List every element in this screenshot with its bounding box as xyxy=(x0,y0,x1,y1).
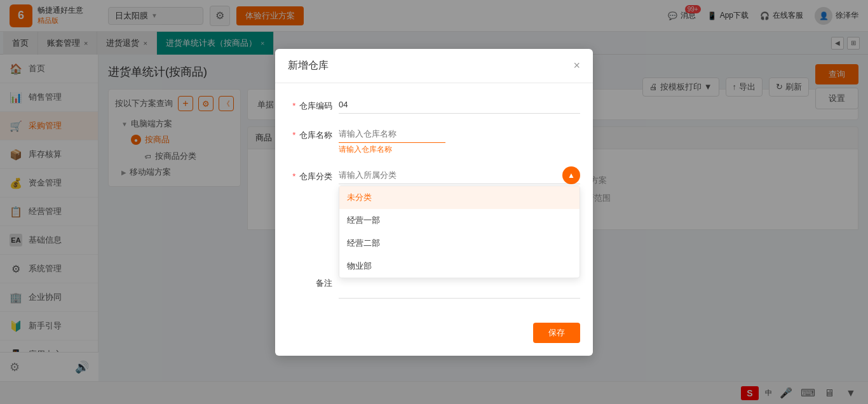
category-input-wrapper: ▲ 未分类 经营一部 经营二部 物业部 xyxy=(339,166,580,184)
category-dropdown-button[interactable]: ▲ xyxy=(562,166,580,184)
modal-header: 新增仓库 × xyxy=(275,49,593,83)
dropdown-option-ops2[interactable]: 经营二部 xyxy=(339,232,580,255)
form-row-category: * 仓库分类 ▲ 未分类 经营一部 经营二部 物业部 xyxy=(288,166,580,184)
category-input[interactable] xyxy=(339,166,580,184)
remark-label: 备注 xyxy=(288,273,339,289)
name-label: * 仓库名称 xyxy=(288,125,339,141)
code-label: * 仓库编码 xyxy=(288,96,339,112)
required-star-code: * xyxy=(292,101,295,111)
modal-body: * 仓库编码 * 仓库名称 请输入仓库名称 * xyxy=(275,83,593,316)
name-input-wrapper: 请输入仓库名称 xyxy=(339,125,580,155)
dropdown-option-unclassified[interactable]: 未分类 xyxy=(339,186,580,209)
form-row-name: * 仓库名称 请输入仓库名称 xyxy=(288,125,580,155)
dropdown-option-property[interactable]: 物业部 xyxy=(339,255,580,278)
new-warehouse-modal: 新增仓库 × * 仓库编码 * 仓库名称 请输入仓库名称 xyxy=(275,49,593,356)
dropdown-option-ops1[interactable]: 经营一部 xyxy=(339,209,580,232)
required-star-category: * xyxy=(292,172,295,181)
category-label: * 仓库分类 xyxy=(288,166,339,182)
chevron-up-icon: ▲ xyxy=(567,171,575,180)
category-dropdown-list: 未分类 经营一部 经营二部 物业部 xyxy=(339,185,580,278)
modal-footer: 保存 xyxy=(275,316,593,356)
modal-overlay[interactable]: 新增仓库 × * 仓库编码 * 仓库名称 请输入仓库名称 xyxy=(0,0,868,404)
name-input[interactable] xyxy=(339,125,445,143)
required-star-name: * xyxy=(292,130,295,140)
code-input[interactable] xyxy=(339,96,580,114)
form-row-code: * 仓库编码 xyxy=(288,96,580,114)
modal-title: 新增仓库 xyxy=(288,59,329,72)
name-error-message: 请输入仓库名称 xyxy=(339,144,580,155)
modal-close-button[interactable]: × xyxy=(573,60,580,71)
save-button[interactable]: 保存 xyxy=(533,323,580,343)
